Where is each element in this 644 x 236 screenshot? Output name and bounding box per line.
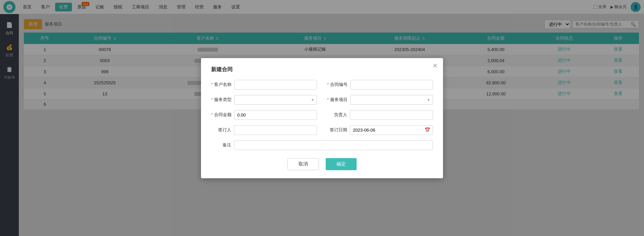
- new-contract-modal: ✕ 新建合同 客户名称 合同编号 服务类型: [201, 58, 443, 178]
- sign-date-wrapper: 📅: [350, 125, 433, 135]
- sign-date-label: 签订日期: [327, 127, 347, 133]
- sign-date-input[interactable]: [350, 125, 433, 135]
- service-type-label: 服务类型: [211, 97, 232, 103]
- service-type-select-wrapper: [234, 95, 317, 105]
- form-row-sign-date: 签订日期 📅: [327, 125, 433, 135]
- form-row-amount: 合同金额: [211, 110, 317, 120]
- form-row-responsible: 负责人: [327, 110, 433, 120]
- signatory-label: 签订人: [211, 127, 231, 133]
- form-row-service-type: 服务类型: [211, 95, 317, 105]
- notes-input[interactable]: [234, 140, 433, 150]
- contract-no-input[interactable]: [350, 80, 433, 90]
- responsible-input[interactable]: [350, 110, 433, 120]
- amount-input[interactable]: [234, 110, 317, 120]
- service-item-select[interactable]: [350, 95, 433, 105]
- form-row-signatory: 签订人: [211, 125, 317, 135]
- signatory-input[interactable]: [234, 125, 317, 135]
- modal-form: 客户名称 合同编号 服务类型 服务项目: [211, 80, 433, 150]
- customer-name-input[interactable]: [234, 80, 317, 90]
- notes-label: 备注: [211, 142, 231, 148]
- service-type-select[interactable]: [234, 95, 317, 105]
- modal-overlay: ✕ 新建合同 客户名称 合同编号 服务类型: [0, 0, 644, 236]
- form-row-service-item: 服务项目: [327, 95, 433, 105]
- modal-close-button[interactable]: ✕: [433, 62, 438, 69]
- responsible-label: 负责人: [327, 112, 347, 118]
- calendar-icon[interactable]: 📅: [425, 127, 430, 133]
- service-item-label: 服务项目: [327, 97, 348, 103]
- contract-no-label: 合同编号: [327, 82, 348, 88]
- form-row-customer: 客户名称: [211, 80, 317, 90]
- modal-footer: 取消 确定: [211, 158, 433, 170]
- cancel-button[interactable]: 取消: [287, 158, 319, 170]
- modal-title: 新建合同: [211, 66, 433, 73]
- amount-label: 合同金额: [211, 112, 232, 118]
- form-row-contract-no: 合同编号: [327, 80, 433, 90]
- service-item-select-wrapper: [350, 95, 433, 105]
- form-row-notes: 备注: [211, 140, 433, 150]
- customer-name-label: 客户名称: [211, 82, 232, 88]
- confirm-button[interactable]: 确定: [326, 158, 357, 170]
